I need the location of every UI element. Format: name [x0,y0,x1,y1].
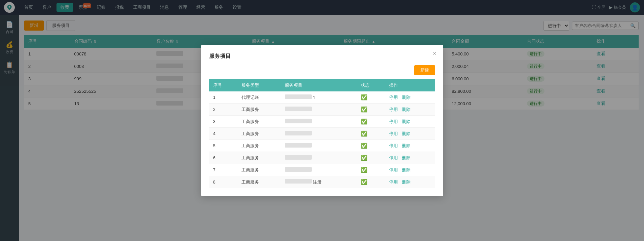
modal-cell-action[interactable]: 停用 删除 [385,176,435,188]
modal-cell-type: 工商服务 [237,128,281,140]
modal-table-row: 7 工商服务 ✅ 停用 删除 [209,164,435,176]
disable-link[interactable]: 停用 [389,107,398,112]
modal-cell-action[interactable]: 停用 删除 [385,104,435,116]
modal-cell-action[interactable]: 停用 删除 [385,164,435,176]
modal-cell-action[interactable]: 停用 删除 [385,128,435,140]
modal-cell-item: 注册 [281,176,357,188]
modal-col-status: 状态 [357,79,385,91]
status-check-icon: ✅ [361,94,368,100]
modal-cell-item [281,104,357,116]
modal-cell-type: 工商服务 [237,140,281,152]
modal-col-action: 操作 [385,79,435,91]
delete-link[interactable]: 删除 [402,143,411,148]
modal-table-header: 序号 服务类型 服务项目 状态 操作 [209,79,435,91]
modal-table-row: 4 工商服务 ✅ 停用 删除 [209,128,435,140]
modal-scroll[interactable]: 序号 服务类型 服务项目 状态 操作 1 代理记账 1 ✅ 停用 删除 [209,79,435,188]
modal-cell-item [281,128,357,140]
modal-table-row: 5 工商服务 ✅ 停用 删除 [209,140,435,152]
modal-cell-seq: 4 [209,128,238,140]
modal-cell-status: ✅ [357,116,385,128]
modal-table-row: 6 工商服务 ✅ 停用 删除 [209,152,435,164]
modal-col-item: 服务项目 [281,79,357,91]
modal-table-row: 2 工商服务 ✅ 停用 删除 [209,104,435,116]
main-content: 新增 服务项目 进行中 已完成 已取消 🔍 序号 合同编码 ⇅ [19,15,644,241]
modal-new-button[interactable]: 新建 [414,65,435,75]
status-check-icon: ✅ [361,107,368,112]
modal-cell-status: ✅ [357,164,385,176]
modal-cell-status: ✅ [357,104,385,116]
modal-table-row: 8 工商服务 注册 ✅ 停用 删除 [209,176,435,188]
delete-link[interactable]: 删除 [402,167,411,172]
modal-toolbar: 新建 [209,65,435,75]
delete-link[interactable]: 删除 [402,95,411,100]
modal-cell-item: 1 [281,91,357,104]
modal-cell-action[interactable]: 停用 删除 [385,91,435,104]
status-check-icon: ✅ [361,119,368,124]
modal-cell-seq: 6 [209,152,238,164]
modal-cell-seq: 7 [209,164,238,176]
status-check-icon: ✅ [361,167,368,173]
modal-cell-seq: 2 [209,104,238,116]
status-check-icon: ✅ [361,143,368,149]
delete-link[interactable]: 删除 [402,107,411,112]
modal-cell-item [281,116,357,128]
overlay[interactable]: × 服务项目 新建 序号 服务类型 服务项目 状态 操作 [19,15,644,241]
status-check-icon: ✅ [361,131,368,136]
disable-link[interactable]: 停用 [389,143,398,148]
modal-cell-type: 工商服务 [237,152,281,164]
modal-cell-type: 工商服务 [237,104,281,116]
modal-cell-type: 工商服务 [237,164,281,176]
status-check-icon: ✅ [361,179,368,185]
modal-cell-type: 工商服务 [237,176,281,188]
modal-cell-seq: 5 [209,140,238,152]
modal-table: 序号 服务类型 服务项目 状态 操作 1 代理记账 1 ✅ 停用 删除 [209,79,435,188]
disable-link[interactable]: 停用 [389,131,398,136]
modal-col-seq: 序号 [209,79,238,91]
modal-cell-status: ✅ [357,140,385,152]
delete-link[interactable]: 删除 [402,131,411,136]
disable-link[interactable]: 停用 [389,155,398,160]
modal-cell-type: 工商服务 [237,116,281,128]
modal-cell-type: 代理记账 [237,91,281,104]
layout: 📄 合同 💰 收费 📋 对账单 新增 服务项目 进行中 已完成 已取消 [0,15,644,241]
delete-link[interactable]: 删除 [402,119,411,124]
modal-cell-status: ✅ [357,128,385,140]
modal-cell-action[interactable]: 停用 删除 [385,152,435,164]
status-check-icon: ✅ [361,155,368,161]
modal-cell-seq: 3 [209,116,238,128]
modal-cell-seq: 1 [209,91,238,104]
delete-link[interactable]: 删除 [402,155,411,160]
modal: × 服务项目 新建 序号 服务类型 服务项目 状态 操作 [201,45,443,196]
modal-table-row: 3 工商服务 ✅ 停用 删除 [209,116,435,128]
delete-link[interactable]: 删除 [402,179,411,185]
modal-cell-item [281,140,357,152]
modal-cell-status: ✅ [357,91,385,104]
modal-close-button[interactable]: × [433,50,437,57]
modal-cell-action[interactable]: 停用 删除 [385,140,435,152]
disable-link[interactable]: 停用 [389,119,398,124]
modal-cell-status: ✅ [357,152,385,164]
modal-cell-item [281,164,357,176]
modal-cell-action[interactable]: 停用 删除 [385,116,435,128]
modal-cell-seq: 8 [209,176,238,188]
modal-col-type: 服务类型 [237,79,281,91]
disable-link[interactable]: 停用 [389,179,398,185]
disable-link[interactable]: 停用 [389,95,398,100]
modal-cell-item [281,152,357,164]
modal-title: 服务项目 [209,53,435,60]
modal-table-row: 1 代理记账 1 ✅ 停用 删除 [209,91,435,104]
disable-link[interactable]: 停用 [389,167,398,172]
modal-cell-status: ✅ [357,176,385,188]
